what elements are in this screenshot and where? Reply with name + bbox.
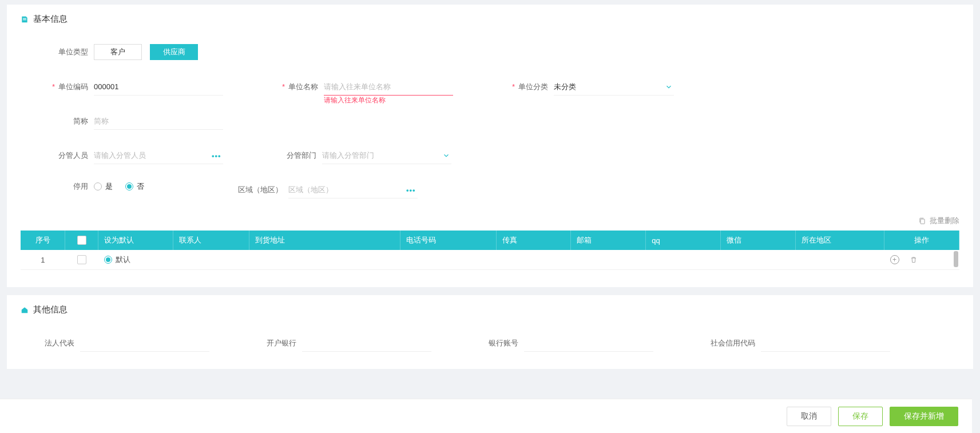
label-unit-code: 单位编码 [45,82,88,92]
more-icon-region[interactable]: ••• [406,186,416,194]
label-unit-category: 单位分类 [505,82,548,92]
input-credit[interactable] [761,335,890,352]
panel-basic-title: 基本信息 [33,14,68,25]
row-scrollbar-thumb[interactable] [954,251,958,267]
input-legal[interactable] [80,335,209,352]
label-short-name: 简称 [45,116,88,126]
col-fax: 传真 [496,231,571,250]
input-region[interactable] [288,181,418,198]
checkbox-select-all[interactable] [77,236,86,245]
label-unit-type: 单位类型 [45,47,88,57]
cell-email[interactable] [571,250,646,270]
table-header-row: 序号 设为默认 联系人 到货地址 电话号码 传真 邮箱 qq 微信 所在地区 操… [21,231,959,250]
row-default-radio[interactable]: 默认 [104,255,168,265]
table-row: 1 默认 [21,250,959,270]
label-legal: 法人代表 [45,338,74,348]
batch-delete[interactable]: 批量删除 [21,216,959,226]
cell-seq: 1 [21,250,65,270]
cell-fax[interactable] [496,250,571,270]
unit-type-customer[interactable]: 客户 [94,44,142,60]
input-dept[interactable] [322,147,451,164]
cell-phone[interactable] [400,250,496,270]
cell-area[interactable] [795,250,884,270]
input-person[interactable] [94,147,223,164]
col-wechat: 微信 [721,231,796,250]
svg-rect-2 [921,219,925,224]
page-scroll: 基本信息 单位类型 客户 供应商 单位编码 单位名称 [0,0,980,433]
radio-disabled-yes[interactable]: 是 [94,181,113,192]
label-account: 银行账号 [489,338,518,348]
label-bank: 开户银行 [267,338,296,348]
footer-action-bar: 取消 保存 保存并新增 [0,399,972,433]
cell-wechat[interactable] [721,250,796,270]
col-default: 设为默认 [98,231,173,250]
panel-basic-info: 基本信息 单位类型 客户 供应商 单位编码 单位名称 [7,5,973,287]
house-icon [21,306,29,314]
col-qq: qq [646,231,721,250]
label-person: 分管人员 [45,150,88,161]
label-unit-name: 单位名称 [275,82,318,92]
basic-form-area: 单位类型 客户 供应商 单位编码 单位名称 请输入往来单位名称 [21,44,959,198]
radio-disabled-no[interactable]: 否 [125,181,144,192]
copy-icon [918,217,926,225]
cell-qq[interactable] [646,250,721,270]
col-address: 到货地址 [249,231,400,250]
input-unit-name[interactable] [324,78,453,96]
col-area: 所在地区 [795,231,884,250]
trash-icon[interactable] [910,256,918,264]
save-and-new-button[interactable]: 保存并新增 [890,407,958,426]
panel-other-title: 其他信息 [33,304,68,315]
label-region: 区域（地区） [231,185,283,195]
cell-contact[interactable] [173,250,249,270]
input-bank[interactable] [302,335,431,352]
cancel-button[interactable]: 取消 [787,407,831,426]
label-dept: 分管部门 [273,150,316,161]
input-short-name[interactable] [94,113,223,130]
svg-rect-1 [23,19,26,20]
row-default-label: 默认 [116,255,130,265]
batch-delete-label: 批量删除 [930,216,959,226]
more-icon-person[interactable]: ••• [212,152,221,160]
radio-label-no: 否 [137,181,144,192]
label-disabled: 停用 [45,181,88,192]
panel-other-info: 其他信息 法人代表 开户银行 银行账号 社会信用代码 [7,295,973,369]
panel-basic-header: 基本信息 [21,14,959,25]
add-row-button[interactable]: + [890,255,899,264]
input-unit-code[interactable] [94,78,223,96]
cell-address[interactable] [249,250,400,270]
col-action: 操作 [884,231,959,250]
svg-rect-0 [23,18,26,18]
row-checkbox[interactable] [77,255,86,264]
save-button[interactable]: 保存 [838,407,883,426]
unit-type-toggle: 客户 供应商 [94,44,198,60]
contact-table: 序号 设为默认 联系人 到货地址 电话号码 传真 邮箱 qq 微信 所在地区 操… [21,231,959,270]
dropdown-category-value[interactable]: 未分类 [554,78,674,96]
label-credit: 社会信用代码 [711,338,755,348]
other-fields-row: 法人代表 开户银行 银行账号 社会信用代码 [21,335,959,352]
unit-type-supplier[interactable]: 供应商 [150,44,198,60]
radio-group-disabled: 是 否 [94,181,157,192]
chevron-down-icon[interactable] [442,152,450,160]
form-icon [21,15,29,23]
col-seq: 序号 [21,231,65,250]
radio-label-yes: 是 [105,181,113,192]
panel-other-header: 其他信息 [21,304,959,315]
col-phone: 电话号码 [400,231,496,250]
col-contact: 联系人 [173,231,249,250]
input-account[interactable] [524,335,653,352]
chevron-down-icon[interactable] [665,83,673,91]
col-checkbox [65,231,98,250]
col-email: 邮箱 [571,231,646,250]
error-unit-name: 请输入往来单位名称 [324,96,386,105]
